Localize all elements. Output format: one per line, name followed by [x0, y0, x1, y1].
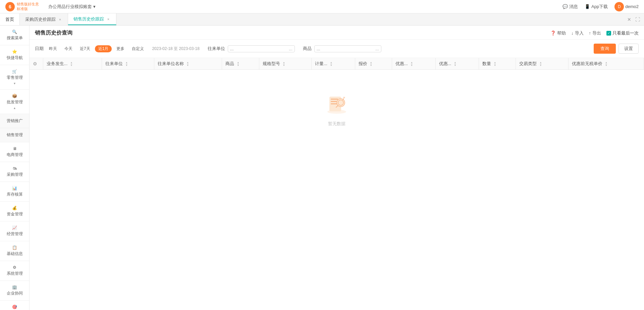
page-content: 销售历史价查询 ❓ 帮助 ↓ 导入 ↑ 导出 ✓: [30, 25, 644, 310]
sidebar-item-guide[interactable]: 🎯 新手引导: [0, 301, 29, 310]
sidebar-item-operations[interactable]: 📈 经营管理: [0, 221, 29, 241]
col-qty[interactable]: 数量 ▲▼: [479, 58, 516, 70]
col-discount2[interactable]: 优惠... ▲▼: [435, 58, 479, 70]
chart-icon: 📊: [12, 186, 17, 191]
col-counter-party[interactable]: 往来单位 ▲▼: [102, 58, 154, 70]
goods-input-wrapper[interactable]: ...: [314, 45, 381, 52]
sidebar-label-ecommerce: 电商管理: [7, 152, 23, 158]
message-btn[interactable]: 💬 消息: [562, 4, 578, 10]
col-pretax-price[interactable]: 优惠前无税单价 ▲▼: [568, 58, 644, 70]
goods-label: 商品: [303, 46, 312, 52]
settings-button[interactable]: 设置: [619, 44, 639, 54]
sidebar-item-basic-info[interactable]: 📋 基础信息: [0, 241, 29, 261]
counterparty-input-wrapper[interactable]: ...: [228, 45, 295, 52]
table-settings-icon[interactable]: ⚙: [33, 61, 37, 66]
sidebar-item-wholesale[interactable]: 📦 批发管理 ▴: [0, 90, 29, 114]
help-btn[interactable]: ❓ 帮助: [550, 30, 566, 36]
counterparty-input[interactable]: [230, 46, 287, 51]
main-layout: 🔍 搜索菜单 ⭐ 快捷导航 🛒 零售管理 ▾ 📦 批发管理 ▴ 营销推广 销售管…: [0, 25, 644, 310]
import-icon: ↓: [571, 31, 574, 36]
sidebar-item-quicknav[interactable]: ⭐ 快捷导航: [0, 45, 29, 65]
sidebar-item-sales-mgmt[interactable]: 销售管理: [0, 128, 29, 142]
sidebar-item-marketing[interactable]: 营销推广: [0, 114, 29, 128]
sidebar-item-ecommerce[interactable]: 🖥 电商管理: [0, 142, 29, 162]
col-discount1[interactable]: 优惠... ▲▼: [392, 58, 436, 70]
only-last-checkbox[interactable]: ✓ 只看最后一次: [606, 30, 639, 36]
goods-filter-group: 商品 ...: [303, 45, 381, 52]
sidebar-label-quicknav: 快捷导航: [7, 55, 23, 61]
sort-icon-qty: ▲▼: [494, 61, 496, 67]
checkbox-icon: ✓: [606, 31, 611, 36]
tab-home[interactable]: 首页: [0, 13, 20, 25]
search-icon: 🔍: [12, 30, 17, 34]
content-area: 销售历史价查询 ❓ 帮助 ↓ 导入 ↑ 导出 ✓: [30, 25, 644, 310]
col-unit[interactable]: 计量... ▲▼: [312, 58, 355, 70]
table-wrapper: ⚙ 业务发生... ▲▼ 往来单位 ▲▼ 往来单位名称: [30, 58, 644, 310]
sidebar-label-operations: 经营管理: [7, 231, 23, 237]
tab-bar: 首页 采购历史价跟踪 × 销售历史价跟踪 × ✕ ⛶: [0, 13, 644, 25]
sidebar-item-enterprise[interactable]: 🏢 企业协同: [0, 281, 29, 301]
empty-state: 暂无数据: [30, 70, 644, 147]
sidebar-item-system[interactable]: ⚙ 系统管理: [0, 261, 29, 281]
fullscreen-btn[interactable]: ⛶: [635, 17, 640, 22]
svg-rect-4: [331, 103, 337, 104]
cart-icon: 🛒: [12, 69, 17, 74]
col-counter-party-name[interactable]: 往来单位名称 ▲▼: [154, 58, 222, 70]
import-btn[interactable]: ↓ 导入: [571, 30, 584, 36]
empty-icon: [323, 90, 350, 117]
page-header-actions: ❓ 帮助 ↓ 导入 ↑ 导出 ✓ 只看最后一次: [550, 30, 639, 36]
col-biz-date[interactable]: 业务发生... ▲▼: [43, 58, 102, 70]
sidebar: 🔍 搜索菜单 ⭐ 快捷导航 🛒 零售管理 ▾ 📦 批发管理 ▴ 营销推广 销售管…: [0, 25, 30, 310]
box-icon: 📦: [12, 94, 17, 98]
col-goods[interactable]: 商品 ▲▼: [222, 58, 259, 70]
export-btn[interactable]: ↑ 导出: [589, 30, 601, 36]
tab-bar-actions: ✕ ⛶: [623, 13, 644, 25]
tab-purchase-history[interactable]: 采购历史价跟踪 ×: [20, 13, 68, 25]
date-option-more[interactable]: 更多: [114, 45, 127, 52]
building-icon: 🏢: [12, 285, 17, 290]
chevron-down-icon: ▾: [14, 82, 15, 85]
tab-sales-label: 销售历史价跟踪: [73, 16, 104, 22]
svg-rect-2: [331, 99, 338, 100]
counterparty-filter-group: 往来单位 ...: [208, 45, 295, 52]
sort-icon-pretax-price: ▲▼: [605, 61, 607, 67]
header-left: 6 销售版好生意 标准版 办公用品行业模拟账套 ▾: [5, 2, 96, 11]
sidebar-item-search[interactable]: 🔍 搜索菜单: [0, 25, 29, 45]
tab-purchase-close[interactable]: ×: [58, 17, 62, 22]
download-icon: 📱: [585, 4, 590, 9]
tab-sales-close[interactable]: ×: [106, 17, 111, 21]
date-option-yesterday[interactable]: 昨天: [46, 45, 60, 52]
user-menu[interactable]: D demo2: [614, 2, 639, 11]
close-all-tabs-btn[interactable]: ✕: [627, 17, 631, 22]
trend-icon: 📈: [12, 225, 17, 230]
sidebar-item-finance[interactable]: 💰 资金管理: [0, 202, 29, 221]
col-quoted-price[interactable]: 报价 ▲▼: [355, 58, 392, 70]
sidebar-label-finance: 资金管理: [7, 211, 23, 217]
date-option-custom[interactable]: 自定义: [129, 45, 147, 52]
sidebar-label-retail: 零售管理: [7, 75, 23, 81]
sidebar-item-retail[interactable]: 🛒 零售管理 ▾: [0, 65, 29, 90]
sidebar-item-purchase[interactable]: 🛍 采购管理: [0, 162, 29, 182]
filter-actions: 查询 设置: [594, 44, 639, 54]
filter-bar: 日期 昨天 今天 近7天 近1月 更多 自定义 2023-02-18 至 202…: [30, 40, 644, 58]
top-header: 6 销售版好生意 标准版 办公用品行业模拟账套 ▾ 💬 消息 📱 App下载 D…: [0, 0, 644, 13]
col-trade-type[interactable]: 交易类型 ▲▼: [516, 58, 568, 70]
date-range-text: 2023-02-18 至 2023-03-18: [152, 46, 199, 52]
sidebar-item-inventory[interactable]: 📊 库存核算: [0, 182, 29, 202]
date-options: 昨天 今天 近7天 近1月 更多 自定义: [46, 45, 147, 52]
sort-icon-discount2: ▲▼: [454, 61, 457, 67]
goods-input[interactable]: [317, 46, 374, 51]
app-download-btn[interactable]: 📱 App下载: [585, 4, 608, 10]
date-option-today[interactable]: 今天: [62, 45, 75, 52]
date-option-last1m[interactable]: 近1月: [95, 45, 112, 52]
tab-sales-history[interactable]: 销售历史价跟踪 ×: [68, 13, 116, 25]
account-dropdown[interactable]: 办公用品行业模拟账套 ▾: [48, 4, 96, 10]
goods-dots: ...: [375, 46, 379, 51]
sidebar-label-sales-mgmt: 销售管理: [7, 132, 23, 138]
query-button[interactable]: 查询: [594, 44, 616, 54]
sidebar-label-search: 搜索菜单: [7, 35, 23, 41]
date-option-last7[interactable]: 近7天: [77, 45, 93, 52]
avatar: D: [614, 2, 624, 11]
date-filter-group: 日期 昨天 今天 近7天 近1月 更多 自定义 2023-02-18 至 202…: [35, 45, 200, 52]
col-spec[interactable]: 规格型号 ▲▼: [259, 58, 311, 70]
